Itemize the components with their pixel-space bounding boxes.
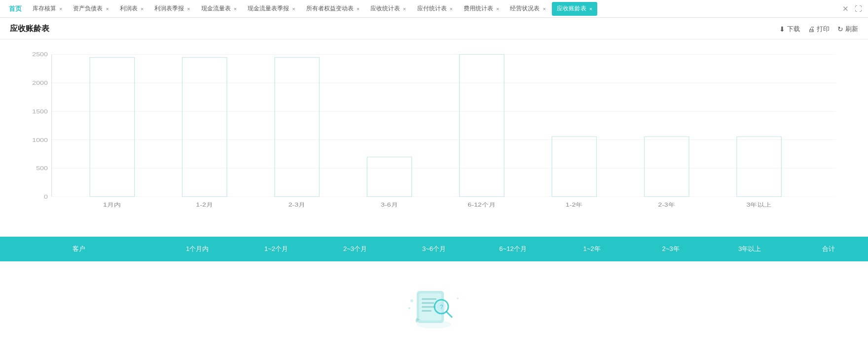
tab-cashflow-quarter-close[interactable]: × [292,6,295,12]
svg-text:1000: 1000 [32,137,48,143]
page-title: 应收账龄表 [10,24,49,34]
tab-balance[interactable]: 资产负债表 × [68,2,113,16]
th-3-6month: 3~6个月 [395,237,473,261]
tab-cashflow-close[interactable]: × [234,6,237,12]
svg-rect-27 [644,137,688,197]
svg-rect-16 [182,57,227,196]
th-1month: 1个月内 [158,237,237,261]
tab-expense-stat[interactable]: 费用统计表 × [459,2,504,16]
maximize-window-button[interactable]: ⛶ [855,4,862,13]
th-1-2month: 1~2个月 [237,237,316,261]
th-total: 合计 [789,237,868,261]
svg-rect-44 [422,306,435,308]
tab-cashflow-quarter[interactable]: 现金流量表季报 × [243,2,300,16]
th-customer: 客户 [0,237,158,261]
main-content: 2500 2000 1500 1000 500 0 [0,39,868,355]
close-window-button[interactable]: ✕ [842,4,849,13]
th-6-12month: 6~12个月 [473,237,552,261]
svg-text:2-3月: 2-3月 [289,202,306,208]
table-header: 客户 1个月内 1~2个月 2~3个月 3~6个月 6~12个月 1~2年 2~… [0,237,868,261]
svg-text:1500: 1500 [32,108,48,114]
svg-text:?: ? [440,304,443,311]
svg-point-50 [410,299,413,302]
tab-ar-aging[interactable]: 应收账龄表 × [552,2,597,16]
chart-area: 2500 2000 1500 1000 500 0 [0,39,868,237]
tab-ar-stat[interactable]: 应收统计表 × [365,2,411,16]
svg-point-52 [457,297,459,299]
svg-rect-13 [90,57,134,196]
svg-rect-29 [737,137,781,197]
svg-rect-25 [552,137,596,197]
tab-home[interactable]: 首页 [4,2,27,16]
empty-illustration: ? [404,281,464,330]
tab-ops-status[interactable]: 经营状况表 × [505,2,550,16]
svg-rect-28 [737,137,781,197]
tab-ar-stat-close[interactable]: × [403,6,406,12]
svg-text:6-12个月: 6-12个月 [468,202,496,208]
svg-rect-17 [182,57,227,196]
svg-text:3年以上: 3年以上 [747,202,772,208]
tab-equity-close[interactable]: × [357,6,360,12]
bar-chart: 2500 2000 1500 1000 500 0 [20,49,848,217]
svg-rect-22 [460,54,504,196]
svg-text:2-3年: 2-3年 [658,202,675,208]
svg-rect-45 [422,310,432,312]
svg-text:2000: 2000 [32,80,48,86]
svg-text:500: 500 [36,165,48,172]
tab-equity[interactable]: 所有者权益变动表 × [301,2,364,16]
svg-text:2500: 2500 [32,51,48,58]
tab-inventory-close[interactable]: × [59,6,62,12]
svg-rect-15 [90,57,134,196]
th-1-2year: 1~2年 [552,237,631,261]
tab-profit-close[interactable]: × [141,6,144,12]
svg-rect-24 [552,137,596,197]
svg-point-51 [408,307,410,309]
svg-rect-42 [422,298,436,300]
page-header: 应收账龄表 ⬇ 下载 🖨 打印 ↻ 刷新 [0,18,868,39]
svg-rect-21 [367,157,411,196]
svg-text:1-2年: 1-2年 [566,202,583,208]
tab-profit-quarter-close[interactable]: × [187,6,190,12]
chart-container: 2500 2000 1500 1000 500 0 [20,49,848,217]
download-button[interactable]: ⬇ 下载 [779,25,800,34]
download-icon: ⬇ [779,25,785,33]
svg-rect-43 [422,302,434,304]
svg-text:1-2月: 1-2月 [196,202,213,208]
svg-text:1月内: 1月内 [103,202,121,208]
tab-ops-status-close[interactable]: × [542,6,545,12]
window-controls: ✕ ⛶ [842,4,864,13]
svg-rect-23 [460,54,504,196]
tab-cashflow[interactable]: 现金流量表 × [196,2,242,16]
header-actions: ⬇ 下载 🖨 打印 ↻ 刷新 [779,25,858,34]
tab-profit[interactable]: 利润表 × [115,2,148,16]
th-2-3month: 2~3个月 [316,237,395,261]
tab-inventory[interactable]: 库存核算 × [28,2,67,16]
svg-line-48 [446,312,452,317]
tab-balance-close[interactable]: × [106,6,108,12]
tab-profit-quarter[interactable]: 利润表季报 × [149,2,195,16]
svg-rect-26 [644,137,688,197]
th-2-3year: 2~3年 [631,237,710,261]
refresh-icon: ↻ [837,25,843,33]
svg-rect-20 [367,157,411,196]
tab-expense-stat-close[interactable]: × [496,6,499,12]
print-button[interactable]: 🖨 打印 [808,25,830,34]
svg-text:3-6月: 3-6月 [381,202,398,208]
print-icon: 🖨 [808,25,815,33]
tab-ap-stat-close[interactable]: × [450,6,453,12]
svg-text:0: 0 [44,193,48,200]
tab-bar: 首页 库存核算 × 资产负债表 × 利润表 × 利润表季报 × 现金流量表 × … [0,0,868,18]
empty-state: ? [0,261,868,355]
tab-ap-stat[interactable]: 应付统计表 × [412,2,458,16]
tab-ar-aging-close[interactable]: × [589,6,592,12]
svg-rect-19 [275,57,319,196]
svg-rect-18 [275,57,319,196]
refresh-button[interactable]: ↻ 刷新 [837,25,858,34]
th-3plus-year: 3年以上 [710,237,789,261]
